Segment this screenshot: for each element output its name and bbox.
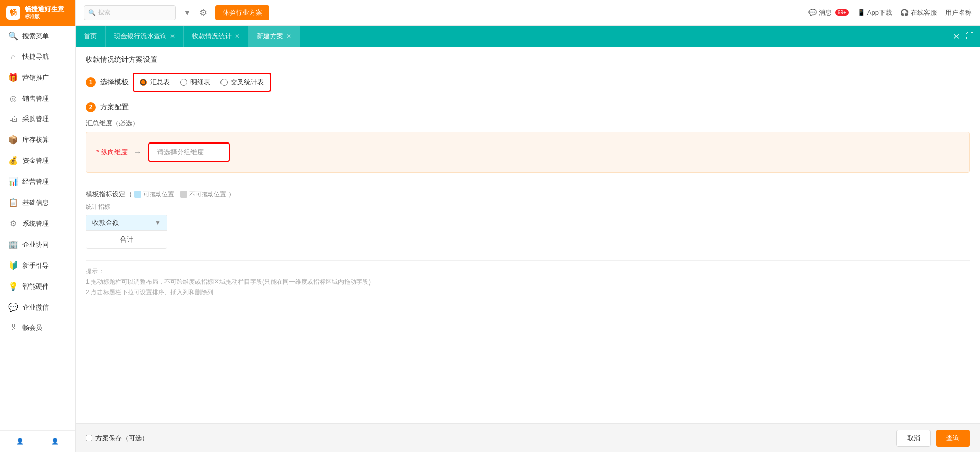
search-menu-icon: 🔍 [8, 31, 18, 41]
industry-btn[interactable]: 体验行业方案 [215, 5, 270, 20]
dimension-area: * 纵向维度 → 请选择分组维度 [86, 132, 970, 173]
marketing-icon: 🎁 [8, 73, 18, 82]
inventory-icon: 📦 [8, 135, 18, 145]
dimension-subsection: 汇总维度（必选） * 纵向维度 → 请选择分组维度 [86, 118, 970, 173]
user-name[interactable]: 用户名称 [945, 8, 972, 17]
step1-title: 选择模板 [100, 78, 129, 87]
sidebar-item-purchase[interactable]: 🛍 采购管理 [0, 109, 75, 129]
draggable-legend-label: 可拖动位置 [143, 190, 174, 199]
radio-detail[interactable]: 明细表 [180, 78, 210, 87]
cancel-button[interactable]: 取消 [896, 430, 931, 447]
message-btn[interactable]: 💬 消息 99+ [808, 8, 849, 17]
user-avatar-2[interactable]: 👤 [39, 435, 71, 448]
step1-header: 1 选择模板 汇总表 明细表 交叉统计表 [86, 73, 970, 92]
sidebar-logo: 畅 畅捷通好生意 标准版 [0, 0, 75, 26]
tab-maximize-icon[interactable]: ⛶ [966, 32, 974, 41]
step2-title: 方案配置 [100, 103, 129, 112]
metrics-dropdown-icon[interactable]: ▼ [155, 219, 161, 226]
sidebar-item-sales[interactable]: ◎ 销售管理 [0, 88, 75, 109]
metrics-containers-row: 统计指标 收款金额 ▼ 合计 [86, 203, 970, 250]
sidebar-item-member[interactable]: 🎖 畅会员 [0, 318, 75, 338]
metrics-group-label: 统计指标 [86, 203, 167, 211]
dimension-arrow-icon: → [134, 148, 142, 157]
tabbar: 首页 现金银行流水查询 ✕ 收款情况统计 ✕ 新建方案 ✕ ✕ ⛶ [76, 26, 980, 47]
query-button[interactable]: 查询 [936, 430, 970, 447]
metrics-legend-row: 模板指标设定（ 可拖动位置 不可拖动位置 ） [86, 189, 970, 199]
template-options: 汇总表 明细表 交叉统计表 [133, 73, 271, 92]
sidebar: 畅 畅捷通好生意 标准版 🔍 搜索菜单 ⌂ 快捷导航 🎁 营销推广 ◎ 销售管理… [0, 0, 76, 452]
tab-close-receipt-stat[interactable]: ✕ [235, 33, 240, 40]
member-icon: 🎖 [8, 323, 18, 332]
app-download-btn[interactable]: 📱 App下载 [857, 8, 892, 17]
sidebar-item-enterprise[interactable]: 🏢 企业协同 [0, 234, 75, 255]
hint-item-2: 2.点击标题栏下拉可设置排序、插入列和删除列 [86, 288, 970, 297]
search-icon: 🔍 [88, 9, 96, 16]
purchase-icon: 🛍 [8, 114, 18, 124]
metrics-setting-close-paren: ） [228, 189, 235, 199]
step2-number: 2 [86, 102, 96, 112]
dimension-row: * 纵向维度 → 请选择分组维度 [96, 142, 230, 162]
sidebar-item-operation[interactable]: 📊 经营管理 [0, 171, 75, 192]
tab-home[interactable]: 首页 [76, 26, 106, 47]
topbar: 🔍 搜索 ▼ ⚙ 体验行业方案 💬 消息 99+ 📱 App下载 🎧 在线客服 … [76, 0, 980, 26]
metrics-section: 模板指标设定（ 可拖动位置 不可拖动位置 ） 统计指标 收款金额 [86, 189, 970, 250]
service-icon: 🎧 [900, 9, 909, 16]
dimension-select[interactable]: 请选择分组维度 [148, 142, 230, 162]
operation-icon: 📊 [8, 177, 18, 186]
save-checkbox[interactable]: 方案保存（可选） [86, 434, 149, 443]
system-icon: ⚙ [8, 219, 18, 228]
metrics-table: 收款金额 ▼ 合计 [86, 215, 167, 249]
finance-icon: 💰 [8, 156, 18, 165]
sidebar-item-search-menu[interactable]: 🔍 搜索菜单 [0, 26, 75, 46]
search-box[interactable]: 🔍 搜索 [84, 5, 176, 20]
dimension-label: 汇总维度（必选） [86, 118, 970, 128]
hint-title: 提示： [86, 267, 970, 276]
main-area: 🔍 搜索 ▼ ⚙ 体验行业方案 💬 消息 99+ 📱 App下载 🎧 在线客服 … [76, 0, 980, 452]
app-icon: 📱 [857, 9, 865, 16]
enterprise-icon: 🏢 [8, 240, 18, 249]
sidebar-item-guide[interactable]: 🔰 新手引导 [0, 255, 75, 276]
metrics-header[interactable]: 收款金额 ▼ [86, 215, 167, 230]
gear-icon[interactable]: ⚙ [199, 7, 207, 18]
content-area: 收款情况统计方案设置 1 选择模板 汇总表 明细表 [76, 47, 980, 423]
sales-icon: ◎ [8, 93, 18, 103]
sidebar-item-marketing[interactable]: 🎁 营销推广 [0, 67, 75, 88]
online-service-btn[interactable]: 🎧 在线客服 [900, 8, 937, 17]
radio-summary[interactable]: 汇总表 [140, 78, 170, 87]
dropdown-icon[interactable]: ▼ [184, 9, 191, 17]
tab-bank-flow[interactable]: 现金银行流水查询 ✕ [106, 26, 184, 47]
sidebar-item-smart-hw[interactable]: 💡 智能硬件 [0, 276, 75, 297]
radio-cross[interactable]: 交叉统计表 [220, 78, 264, 87]
metrics-group: 统计指标 收款金额 ▼ 合计 [86, 203, 167, 250]
tab-close-new-plan[interactable]: ✕ [286, 33, 291, 40]
weixin-icon: 💬 [8, 302, 18, 312]
metrics-row-total: 合计 [86, 230, 167, 248]
sidebar-item-system[interactable]: ⚙ 系统管理 [0, 213, 75, 234]
sidebar-item-inventory[interactable]: 📦 库存核算 [0, 129, 75, 150]
tab-close-all-icon[interactable]: ✕ [953, 32, 960, 41]
footer: 方案保存（可选） 取消 查询 [76, 423, 980, 452]
step1-number: 1 [86, 77, 96, 87]
fixed-legend-label: 不可拖动位置 [189, 190, 226, 199]
tab-receipt-stat[interactable]: 收款情况统计 ✕ [184, 26, 249, 47]
user-avatar-1[interactable]: 👤 [4, 435, 37, 448]
tab-close-bank-flow[interactable]: ✕ [170, 33, 175, 40]
topbar-actions: 💬 消息 99+ 📱 App下载 🎧 在线客服 用户名称 [808, 8, 972, 17]
step2-section: 2 方案配置 汇总维度（必选） * 纵向维度 → 请选择分组维度 [86, 102, 970, 297]
hint-item-1: 1.拖动标题栏可以调整布局，不可跨维度或指标区域拖动栏目字段(只能在同一维度或指… [86, 278, 970, 287]
sidebar-item-quick-nav[interactable]: ⌂ 快捷导航 [0, 46, 75, 67]
sidebar-item-weixin[interactable]: 💬 企业微信 [0, 297, 75, 318]
smart-hw-icon: 💡 [8, 281, 18, 291]
tab-new-plan[interactable]: 新建方案 ✕ [249, 26, 300, 47]
home-icon: ⌂ [8, 52, 18, 61]
sidebar-item-basic-info[interactable]: 📋 基础信息 [0, 192, 75, 213]
draggable-legend-color [134, 191, 141, 198]
dimension-row-label: * 纵向维度 [96, 148, 128, 157]
sidebar-item-finance[interactable]: 💰 资金管理 [0, 150, 75, 171]
step1-section: 1 选择模板 汇总表 明细表 交叉统计表 [86, 73, 970, 92]
save-checkbox-input[interactable] [86, 435, 92, 441]
logo-text: 畅捷通好生意 标准版 [24, 5, 64, 20]
fixed-legend-color [180, 191, 187, 198]
message-icon: 💬 [808, 9, 817, 16]
logo-icon: 畅 [6, 6, 20, 20]
